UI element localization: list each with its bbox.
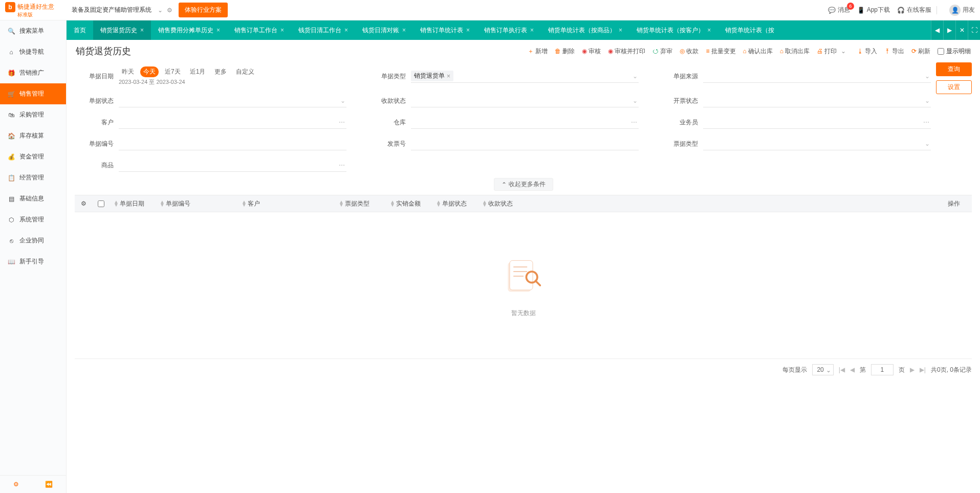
sidebar-item-guide[interactable]: 📖新手引导 [0,251,66,272]
date-quick-yesterday[interactable]: 昨天 [119,66,137,77]
export-button[interactable]: ⭱导出 [884,47,904,56]
table-settings-button[interactable]: ⚙ [75,200,92,207]
sidebar-item-purchase[interactable]: 🛍采购管理 [0,104,66,125]
voucher-status-select[interactable]: ⌄ [119,94,346,107]
col-no[interactable]: ▲▼单据编号 [156,199,237,208]
show-detail-checkbox[interactable]: 显示明细 [938,47,971,56]
page-input[interactable]: 1 [871,364,894,375]
tab-close-icon[interactable]: × [402,27,406,34]
date-quick-7d[interactable]: 近7天 [162,66,184,77]
delete-button[interactable]: 🗑删除 [555,47,575,56]
tab[interactable]: 销货退货历史× [93,20,151,40]
pager-last[interactable]: ▶| [920,366,926,373]
tab[interactable]: 销货单统计表（按 [718,20,781,40]
col-customer[interactable]: ▲▼客户 [237,199,335,208]
collapse-filters-toggle[interactable]: ⌃收起更多条件 [494,178,553,191]
sidebar-item-inventory[interactable]: 🏠库存核算 [0,125,66,146]
refresh-button[interactable]: ⟳刷新 [911,47,930,56]
page-size-select[interactable]: 20⌄ [812,364,833,375]
sidebar-item-marketing[interactable]: 🎁营销推广 [0,62,66,83]
tab[interactable]: 钱货日清对账× [355,20,413,40]
confirm-out-button[interactable]: ⌂确认出库 [743,47,773,56]
tab-close-icon[interactable]: × [216,27,220,34]
sidebar-item-quicknav[interactable]: ⌂快捷导航 [0,41,66,62]
voucher-no-input[interactable] [119,137,346,150]
date-quick-1m[interactable]: 近1月 [187,66,209,77]
collect-button[interactable]: ◎收款 [680,47,699,56]
tab-close-icon[interactable]: × [530,27,534,34]
tab[interactable]: 销售费用分摊单历史× [151,20,227,40]
date-quick-today[interactable]: 今天 [140,66,159,77]
sidebar-item-search[interactable]: 🔍搜索菜单 [0,20,66,41]
invoice-no-input[interactable] [411,137,639,150]
pager-first[interactable]: |◀ [839,366,845,373]
sidebar-settings-icon[interactable]: ⚙ [13,481,19,488]
sidebar-collapse-icon[interactable]: ⏪ [45,481,53,488]
tab[interactable]: 钱货日清工作台× [291,20,355,40]
date-quick-more[interactable]: 更多 [211,66,230,77]
query-button[interactable]: 查询 [936,62,972,76]
tab[interactable]: 销货单统计表（按客户）× [629,20,718,40]
col-receipt[interactable]: ▲▼收款状态 [478,199,524,208]
print-button[interactable]: 🖨打印⌄ [817,47,850,56]
tab[interactable]: 销货单统计表（按商品）× [541,20,629,40]
invoice-status-select[interactable]: ⌄ [703,94,931,107]
org-settings-icon[interactable]: ⚙ [167,7,172,14]
tab[interactable]: 销售订单执行表× [477,20,541,40]
sidebar-item-operation[interactable]: 📋经营管理 [0,167,66,188]
warehouse-picker[interactable]: ⋯ [411,116,639,129]
messages-link[interactable]: 💬 消息 6 [828,6,850,14]
sidebar-item-system[interactable]: ⬡系统管理 [0,209,66,230]
tab-close-icon[interactable]: × [707,27,711,34]
app-download-link[interactable]: 📱 App下载 [857,6,890,14]
tab-label: 钱货日清工作台 [298,26,341,35]
tabs-scroll-right[interactable]: ▶ [943,20,955,40]
ticket-type-select[interactable]: ⌄ [703,137,931,150]
pager-next[interactable]: ▶ [910,366,914,373]
select-all-checkbox[interactable] [92,200,110,207]
tab-close-icon[interactable]: × [466,27,470,34]
tab-close-icon[interactable]: × [280,27,284,34]
sidebar-item-sales[interactable]: 🛒销售管理 [0,83,66,104]
sidebar-item-basedata[interactable]: ▤基础信息 [0,188,66,209]
tabs-fullscreen[interactable]: ⛶ [968,20,980,40]
tab[interactable]: 销售订单工作台× [227,20,291,40]
tab-close-icon[interactable]: × [344,27,348,34]
tabs-close-all[interactable]: ✕ [955,20,968,40]
audit-button[interactable]: ◉审核 [582,47,601,56]
try-industry-button[interactable]: 体验行业方案 [179,3,228,17]
product-picker[interactable]: ⋯ [119,159,346,172]
pager-prev[interactable]: ◀ [850,366,855,373]
voucher-src-select[interactable]: ⌄ [703,70,931,83]
tab[interactable]: 销售订单统计表× [413,20,477,40]
tab[interactable]: 首页 [67,20,93,40]
col-status[interactable]: ▲▼单据状态 [432,199,478,208]
col-ticket-type[interactable]: ▲▼票据类型 [335,199,386,208]
sidebar-item-funds[interactable]: 💰资金管理 [0,146,66,167]
discard-button[interactable]: ⭯弃审 [652,47,672,56]
sidebar-item-label: 销售管理 [19,89,44,98]
salesman-picker[interactable]: ⋯ [703,116,931,129]
chip-remove-icon[interactable]: × [447,73,450,80]
batch-change-button[interactable]: ≡批量变更 [706,47,735,56]
voucher-type-select[interactable]: 销货退货单× ⌄ [411,70,639,83]
tabs-scroll-left[interactable]: ◀ [931,20,943,40]
customer-picker[interactable]: ⋯ [119,116,346,129]
cancel-out-button[interactable]: ⌂取消出库 [780,47,810,56]
col-date[interactable]: ▲▼单据日期 [110,199,156,208]
user-menu[interactable]: 👤 用友 [949,5,975,16]
sidebar-item-collab[interactable]: ⎋企业协同 [0,230,66,251]
tab-close-icon[interactable]: × [140,27,144,34]
receipt-status-select[interactable]: ⌄ [411,94,639,107]
import-button[interactable]: ⭳导入 [857,47,877,56]
show-detail-input[interactable] [938,48,944,55]
tab-close-icon[interactable]: × [619,27,622,34]
select-all-input[interactable] [98,200,104,207]
filter-settings-button[interactable]: 设置 [936,80,972,94]
audit-print-button[interactable]: ◉审核并打印 [608,47,645,56]
add-button[interactable]: ＋新增 [528,47,548,56]
date-quick-custom[interactable]: 自定义 [233,66,257,77]
customer-service-link[interactable]: 🎧 在线客服 [897,6,931,14]
col-amount[interactable]: ▲▼实销金额 [386,199,432,208]
org-selector[interactable]: 装备及固定资产辅助管理系统 [72,6,154,14]
